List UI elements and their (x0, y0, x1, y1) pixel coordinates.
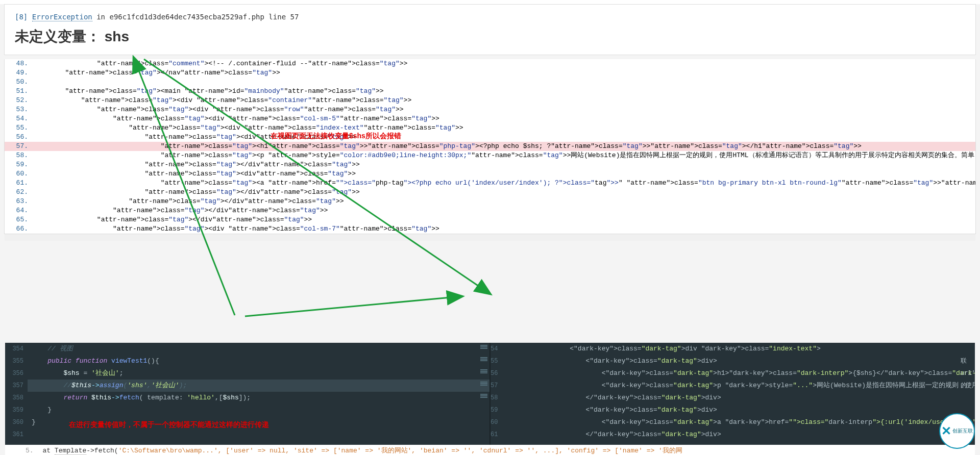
error-title: 未定义变量： shs (15, 27, 965, 46)
line-text: "attr-name">class="tag"><div "attr-name"… (33, 96, 975, 105)
line-number: 53. (5, 105, 33, 114)
gutter-line: 54 (491, 343, 502, 355)
line-text: "attr-name">class="tag"></div"attr-name"… (33, 160, 975, 169)
line-number: 58. (5, 151, 33, 160)
stack-number: 5. (26, 447, 34, 454)
line-text: "attr-name">class="tag"><div "attr-name"… (33, 105, 975, 114)
line-number: 52. (5, 96, 33, 105)
svg-line-3 (245, 296, 462, 316)
ide-line-59[interactable]: <"dark-key">class="dark-tag">div> (502, 404, 975, 416)
code-line-56[interactable]: 56. "attr-name">class="tag"><div"attr-na… (5, 133, 975, 142)
line-text (33, 78, 975, 87)
error-code: [8] (15, 13, 28, 21)
line-number: 64. (5, 206, 33, 215)
source-code-viewer[interactable]: 48. "attr-name">class="comment"><!-- /.c… (4, 59, 976, 234)
line-text: "attr-name">class="tag"><div "attr-name"… (33, 114, 975, 123)
line-number: 51. (5, 87, 33, 96)
ide-line-358[interactable]: return $this->fetch( template: 'hello',[… (28, 392, 489, 404)
line-number: 60. (5, 169, 33, 179)
error-exception-link[interactable]: ErrorException (32, 13, 92, 21)
code-line-65[interactable]: 65. "attr-name">class="tag"></div"attr-n… (5, 215, 975, 224)
line-number: 49. (5, 68, 33, 78)
gutter-line: 356 (5, 367, 28, 380)
line-number: 54. (5, 114, 33, 123)
line-text: "attr-name">class="tag"><a "attr-name">h… (33, 179, 975, 188)
ide-line-360[interactable]: } (28, 416, 489, 428)
stack-method[interactable]: Template (55, 447, 86, 455)
line-text: "attr-name">class="tag"></nav"attr-name"… (33, 68, 975, 78)
gutter-line: 360 (5, 416, 28, 428)
line-number: 62. (5, 188, 33, 197)
line-number: 59. (5, 160, 33, 169)
code-line-59[interactable]: 59. "attr-name">class="tag"></div"attr-n… (5, 160, 975, 169)
line-text: "attr-name">class="tag"><div "attr-name"… (33, 224, 975, 234)
ide-line-58[interactable]: </"dark-key">class="dark-tag">div> (502, 392, 975, 404)
code-line-64[interactable]: 64. "attr-name">class="tag"></div"attr-n… (5, 206, 975, 215)
line-number: 66. (5, 224, 33, 234)
ide-line-355[interactable]: public function viewTest1(){ (28, 355, 489, 367)
fold-indicator[interactable] (480, 357, 487, 362)
code-line-51[interactable]: 51. "attr-name">class="tag"><main "attr-… (5, 87, 975, 96)
code-line-60[interactable]: 60. "attr-name">class="tag"><div"attr-na… (5, 169, 975, 179)
code-line-50[interactable]: 50. (5, 78, 975, 87)
stack-trace-line[interactable]: 5. at Template->fetch('C:\Software\bro\w… (5, 445, 975, 455)
ide-line-361[interactable] (28, 428, 489, 441)
code-line-49[interactable]: 49. "attr-name">class="tag"></nav"attr-n… (5, 68, 975, 78)
code-line-62[interactable]: 62. "attr-name">class="tag"></div"attr-n… (5, 188, 975, 197)
code-line-54[interactable]: 54. "attr-name">class="tag"><div "attr-n… (5, 114, 975, 123)
error-file-location: e96c1fcd1d3de64dec7435ecba2529af.php lin… (109, 13, 299, 21)
ide-line-354[interactable]: // 视图 (28, 343, 489, 355)
ide-line-61[interactable]: </"dark-key">class="dark-tag">div> (502, 428, 975, 441)
code-line-48[interactable]: 48. "attr-name">class="comment"><!-- /.c… (5, 59, 975, 68)
line-text: "attr-name">class="tag"><div "attr-name"… (33, 123, 975, 133)
ide-line-57[interactable]: <"dark-key">class="dark-tag">p "dark-key… (502, 380, 975, 392)
line-text: "attr-name">class="tag"></div"attr-name"… (33, 215, 975, 224)
line-number: 48. (5, 59, 33, 68)
line-number: 55. (5, 123, 33, 133)
code-line-61[interactable]: 61. "attr-name">class="tag"><a "attr-nam… (5, 179, 975, 188)
ide-right-pane[interactable]: 5455565758596061 <"dark-key">class="dark… (491, 343, 975, 445)
line-number: 65. (5, 215, 33, 224)
ide-line-56[interactable]: <"dark-key">class="dark-tag">h1>"dark-ke… (502, 367, 975, 380)
fold-indicator[interactable] (480, 369, 487, 374)
line-text: "attr-name">class="tag"></div"attr-name"… (33, 188, 975, 197)
ide-line-54[interactable]: <"dark-key">class="dark-tag">div "dark-k… (502, 343, 975, 355)
gutter-line: 354 (5, 343, 28, 355)
ide-line-55[interactable]: <"dark-key">class="dark-tag">div> (502, 355, 975, 367)
line-text: "attr-name">class="tag"></div"attr-name"… (33, 206, 975, 215)
ide-left-pane[interactable]: 354355356357358359360361 // 视图 public fu… (5, 343, 491, 445)
code-line-63[interactable]: 63. "attr-name">class="tag"></div"attr-n… (5, 197, 975, 206)
fold-indicator[interactable] (480, 394, 487, 399)
fold-indicator[interactable] (480, 382, 487, 387)
gutter-line: 358 (5, 392, 28, 404)
code-line-58[interactable]: 58. "attr-name">class="tag"><p "attr-nam… (5, 151, 975, 160)
line-text: "attr-name">class="tag"></div"attr-name"… (33, 197, 975, 206)
ide-line-60[interactable]: <"dark-key">class="dark-tag">a "dark-key… (502, 416, 975, 428)
stack-args: 'C:\Software\bro\wamp...', ['user' => nu… (118, 447, 682, 454)
gutter-line: 55 (491, 355, 502, 367)
fold-indicator[interactable] (480, 345, 487, 350)
ide-editor[interactable]: 354355356357358359360361 // 视图 public fu… (5, 343, 975, 445)
gutter-line: 355 (5, 355, 28, 367)
error-header-panel: [8] ErrorException in e96c1fcd1d3de64dec… (4, 4, 976, 55)
code-line-52[interactable]: 52. "attr-name">class="tag"><div "attr-n… (5, 96, 975, 105)
ide-line-357[interactable]: //$this->assign('shs','社会山'); (28, 380, 489, 392)
code-line-53[interactable]: 53. "attr-name">class="tag"><div "attr-n… (5, 105, 975, 114)
line-number: 50. (5, 78, 33, 87)
line-text: "attr-name">class="tag"><h1"attr-name">c… (33, 142, 975, 151)
line-text: "attr-name">class="tag"><div"attr-name">… (33, 169, 975, 179)
ide-line-359[interactable]: } (28, 404, 489, 416)
code-line-55[interactable]: 55. "attr-name">class="tag"><div "attr-n… (5, 123, 975, 133)
line-text: "attr-name">class="comment"><!-- /.conta… (33, 59, 975, 68)
code-line-66[interactable]: 66. "attr-name">class="tag"><div "attr-n… (5, 224, 975, 234)
code-line-57[interactable]: 57. "attr-name">class="tag"><h1"attr-nam… (5, 142, 975, 151)
error-in-text: in (96, 13, 105, 21)
horizontal-scrollbar[interactable] (5, 234, 975, 241)
line-number: 63. (5, 197, 33, 206)
gutter-line: 58 (491, 392, 502, 404)
gutter-line: 57 (491, 380, 502, 392)
line-text: "attr-name">class="tag"><div"attr-name">… (33, 133, 975, 142)
line-number: 57. (5, 142, 33, 151)
ide-line-356[interactable]: $shs = '社会山'; (28, 367, 489, 380)
gutter-line: 56 (491, 367, 502, 380)
